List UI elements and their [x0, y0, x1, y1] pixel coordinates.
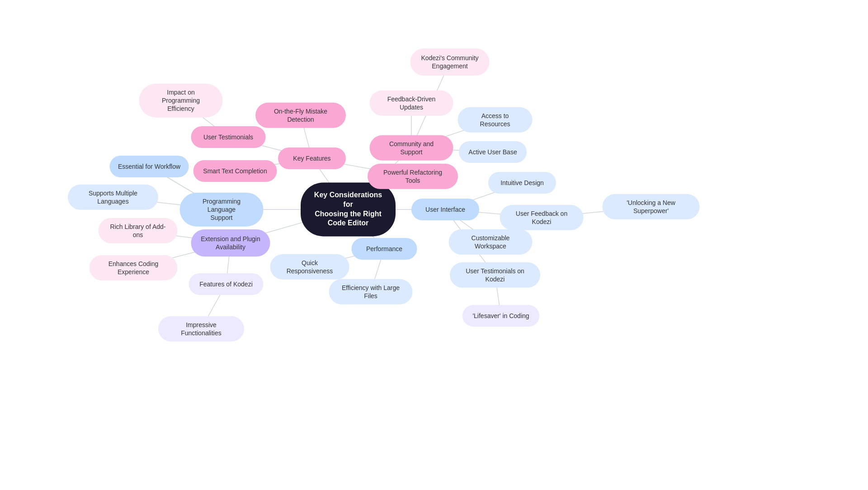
node-kodezisCommun[interactable]: Kodezi's Community Engagement [410, 48, 490, 76]
node-communitySupport[interactable]: Community and Support [370, 135, 453, 161]
node-userFeedbackKodezi[interactable]: User Feedback on Kodezi [500, 205, 584, 230]
node-keyFeatures[interactable]: Key Features [278, 147, 346, 169]
node-programmingLanguageSupport[interactable]: Programming Language Support [180, 193, 264, 227]
node-performance[interactable]: Performance [352, 238, 417, 260]
node-activeUserBase[interactable]: Active User Base [459, 141, 527, 163]
mindmap-container: Key Considerations for Choosing the Righ… [0, 0, 868, 490]
node-unlockingNewSuperpower[interactable]: 'Unlocking a New Superpower' [603, 194, 700, 219]
node-onTheFly[interactable]: On-the-Fly Mistake Detection [255, 103, 346, 128]
node-accessToResources[interactable]: Access to Resources [458, 107, 533, 133]
node-lifesaver[interactable]: 'Lifesaver' in Coding [462, 305, 539, 327]
node-intuitiveDesign[interactable]: Intuitive Design [488, 172, 556, 194]
node-quickResponsiveness[interactable]: Quick Responsiveness [270, 254, 349, 280]
node-supportsMultipleLanguages[interactable]: Supports Multiple Languages [68, 185, 158, 210]
node-feedbackDriven[interactable]: Feedback-Driven Updates [370, 90, 453, 116]
node-userInterface[interactable]: User Interface [411, 199, 479, 220]
node-featuresOfKodezi[interactable]: Features of Kodezi [189, 273, 264, 295]
node-userTestimonialsKodezi[interactable]: User Testimonials on Kodezi [450, 262, 540, 288]
node-impressiveFunctionalities[interactable]: Impressive Functionalities [158, 316, 244, 342]
node-userTestimonials[interactable]: User Testimonials [191, 126, 266, 148]
node-richLibrary[interactable]: Rich Library of Add-ons [99, 218, 178, 243]
node-smartText[interactable]: Smart Text Completion [193, 160, 277, 182]
node-extensionPlugin[interactable]: Extension and Plugin Availability [191, 229, 270, 257]
node-center[interactable]: Key Considerations for Choosing the Righ… [301, 182, 396, 236]
node-customizableWorkspace[interactable]: Customizable Workspace [449, 229, 533, 255]
node-enhancesCoding[interactable]: Enhances Coding Experience [90, 255, 178, 281]
node-essentialForWorkflow[interactable]: Essential for Workflow [110, 156, 189, 177]
node-powerfulRefactoring[interactable]: Powerful Refactoring Tools [368, 164, 458, 189]
node-efficiencyLargeFiles[interactable]: Efficiency with Large Files [329, 279, 413, 304]
node-impactOnProgramming[interactable]: Impact on Programming Efficiency [139, 84, 223, 118]
